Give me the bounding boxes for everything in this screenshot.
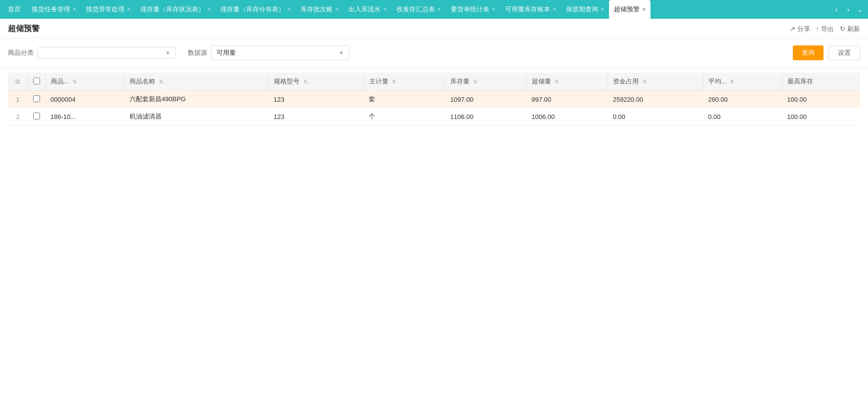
row-2-overstock: 1006.00: [526, 108, 608, 125]
tab-receipt-summary[interactable]: 收发存汇总表 ×: [391, 0, 446, 19]
page-header: 超储预警 ↗ 分享 ↑ 导出 ↻ 刷新: [0, 19, 868, 39]
row-2-spec: 123: [269, 108, 364, 125]
table-row: 2 186-10... 机油滤清器 123 个 1106.00 1006.00 …: [8, 108, 860, 125]
row-1-max-stock: 100.00: [782, 91, 860, 108]
row-1-product-name: 六配套新昌490BPG: [125, 91, 269, 108]
row-1-overstock: 997.00: [526, 91, 608, 108]
row-2-product-code: 186-10...: [45, 108, 125, 125]
data-source-label: 数据源: [188, 48, 207, 57]
col-header-unit[interactable]: 主计量 ⇅: [364, 73, 445, 91]
sort-stock-icon: ⇅: [474, 79, 477, 84]
sort-unit-icon: ⇅: [392, 79, 396, 84]
product-category-dropdown-icon: ▼: [165, 50, 171, 56]
refresh-icon: ↻: [840, 25, 845, 33]
col-header-avg[interactable]: 平均... ⇅: [703, 73, 782, 91]
col-header-capital[interactable]: 资金占用 ⇅: [608, 73, 703, 91]
row-1-product-code: 0000004: [45, 91, 125, 108]
filter-actions: 查询 设置: [793, 45, 860, 60]
close-tab-pick-task[interactable]: ×: [73, 6, 76, 13]
overstock-table: ⚙ 商品... ⇅ 商品名称 ⇅ 规格型号 ⇅ 主计量: [8, 73, 860, 125]
close-tab-overstock-warning[interactable]: ×: [642, 6, 646, 13]
row-num-2: 2: [8, 108, 28, 125]
row-2-checkbox[interactable]: [33, 113, 40, 119]
data-source-select[interactable]: 可用量 ▼: [211, 45, 349, 60]
row-1-unit: 套: [364, 91, 445, 108]
refresh-button[interactable]: ↻ 刷新: [840, 25, 860, 34]
share-icon: ↗: [790, 25, 795, 33]
tab-inventory-status[interactable]: 现存量（库存状况表） ×: [135, 0, 216, 19]
col-header-product-name[interactable]: 商品名称 ⇅: [125, 73, 269, 91]
data-source-value: 可用量: [217, 48, 236, 57]
nav-prev-arrow[interactable]: ‹: [830, 0, 842, 19]
row-num-1: 1: [8, 91, 28, 108]
tab-pick-task[interactable]: 拣货任务管理 ×: [27, 0, 81, 19]
settings-button[interactable]: 设置: [828, 45, 860, 60]
query-button[interactable]: 查询: [793, 45, 824, 60]
table-header-row: ⚙ 商品... ⇅ 商品名称 ⇅ 规格型号 ⇅ 主计量: [8, 73, 860, 91]
row-1-avg: 260.00: [703, 91, 782, 108]
close-tab-order-stats[interactable]: ×: [492, 6, 495, 13]
close-tab-shelf-life[interactable]: ×: [601, 6, 604, 13]
export-button[interactable]: ↑ 导出: [816, 25, 834, 34]
sort-spec-icon: ⇅: [304, 79, 307, 84]
row-checkbox-2[interactable]: [28, 108, 45, 125]
row-2-max-stock: 100.00: [782, 108, 860, 125]
nav-menu-arrow[interactable]: ⌄: [854, 0, 866, 19]
product-category-filter: 商品分类 ▼: [8, 47, 176, 59]
row-checkbox-1[interactable]: [28, 91, 45, 108]
row-1-stock: 1097.00: [445, 91, 526, 108]
col-header-overstock[interactable]: 超储量 ⇅: [526, 73, 608, 91]
export-icon: ↑: [816, 25, 820, 33]
tab-overstock-warning[interactable]: 超储预警 ×: [609, 0, 651, 19]
tab-order-stats[interactable]: 要货单统计表 ×: [446, 0, 500, 19]
sort-overstock-icon: ⇅: [555, 79, 559, 84]
col-header-spec[interactable]: 规格型号 ⇅: [269, 73, 364, 91]
close-tab-inout-flow[interactable]: ×: [383, 6, 387, 13]
sort-capital-icon: ⇅: [643, 79, 647, 84]
select-all-checkbox[interactable]: [33, 78, 40, 84]
close-tab-batch-account[interactable]: ×: [335, 6, 339, 13]
row-2-avg: 0.00: [703, 108, 782, 125]
row-1-checkbox[interactable]: [33, 95, 40, 102]
data-source-filter: 数据源 可用量 ▼: [188, 45, 349, 60]
page-title: 超储预警: [8, 24, 40, 34]
tab-inout-flow[interactable]: 出入库流水 ×: [344, 0, 391, 19]
row-2-product-name: 机油滤清器: [125, 108, 269, 125]
close-tab-available-stock[interactable]: ×: [553, 6, 556, 13]
filter-area: 商品分类 ▼ 数据源 可用量 ▼ 查询 设置: [0, 39, 868, 68]
tab-available-stock[interactable]: 可用量库存账本 ×: [500, 0, 561, 19]
row-2-stock: 1106.00: [445, 108, 526, 125]
data-source-dropdown-icon: ▼: [339, 50, 344, 56]
sort-product-code-icon: ⇅: [73, 79, 77, 84]
col-header-product-code[interactable]: 商品... ⇅: [45, 73, 125, 91]
product-category-select[interactable]: ▼: [38, 47, 176, 59]
close-tab-pick-exception[interactable]: ×: [127, 6, 130, 13]
close-tab-inventory-status[interactable]: ×: [207, 6, 211, 13]
row-1-capital: 259220.00: [608, 91, 703, 108]
col-header-max-stock[interactable]: 最高库存: [782, 73, 860, 91]
product-category-label: 商品分类: [8, 48, 34, 57]
table-container: ⚙ 商品... ⇅ 商品名称 ⇅ 规格型号 ⇅ 主计量: [0, 73, 868, 125]
close-tab-receipt-summary[interactable]: ×: [437, 6, 441, 13]
sort-product-name-icon: ⇅: [159, 79, 163, 84]
tab-batch-account[interactable]: 库存批次账 ×: [296, 0, 344, 19]
col-header-stock[interactable]: 库存量 ⇅: [445, 73, 526, 91]
table-body: 1 0000004 六配套新昌490BPG 123 套 1097.00 997.…: [8, 91, 860, 125]
header-actions: ↗ 分享 ↑ 导出 ↻ 刷新: [790, 25, 861, 34]
sort-avg-icon: ⇅: [730, 79, 734, 84]
table-row: 1 0000004 六配套新昌490BPG 123 套 1097.00 997.…: [8, 91, 860, 108]
tab-shelf-life[interactable]: 保质期查询 ×: [561, 0, 609, 19]
nav-home[interactable]: 首页: [2, 5, 27, 14]
col-settings[interactable]: ⚙: [8, 73, 28, 91]
top-navigation: 首页 拣货任务管理 × 拣货异常处理 × 现存量（库存状况表） × 现存量（库存…: [0, 0, 868, 19]
tab-inventory-distribution[interactable]: 现存量（库存分布表） ×: [216, 0, 296, 19]
share-button[interactable]: ↗ 分享: [790, 25, 810, 34]
nav-next-arrow[interactable]: ›: [842, 0, 854, 19]
col-select-all[interactable]: [28, 73, 45, 91]
row-2-capital: 0.00: [608, 108, 703, 125]
nav-arrows: ‹ › ⌄: [830, 0, 866, 19]
tab-pick-exception[interactable]: 拣货异常处理 ×: [81, 0, 135, 19]
row-2-unit: 个: [364, 108, 445, 125]
close-tab-inventory-distribution[interactable]: ×: [287, 6, 291, 13]
settings-icon: ⚙: [15, 78, 21, 85]
